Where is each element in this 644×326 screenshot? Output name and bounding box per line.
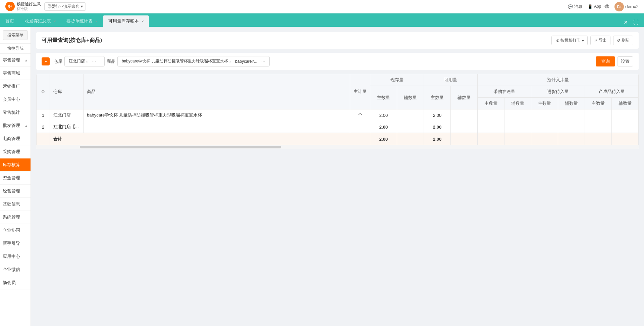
row2-produce-aux (612, 121, 639, 133)
product-input[interactable]: babycare学饮杯 儿童防摔防撞吸管杯重力球吸嘴杯宝宝水杯 × babyca… (117, 56, 270, 66)
filter-actions: 查询 设置 (596, 56, 633, 66)
row2-purchase-aux (504, 121, 531, 133)
main-layout: 搜索菜单 快捷导航 零售管理 ▲ 零售商城 营销推广 会员中心 零售统计 批发管… (0, 27, 644, 326)
row2-warehouse: 江北门店【... (50, 121, 84, 133)
close-window-icon[interactable]: ✕ (622, 18, 629, 27)
col-unit-header: 主计量 (350, 74, 370, 109)
col-purchase-aux-header: 辅数量 (504, 98, 531, 109)
close-icon[interactable]: × (142, 19, 144, 23)
quick-nav-btn[interactable]: 快捷导航 (0, 44, 31, 54)
footer-avail-aux (451, 133, 478, 145)
page-title: 可用量查询(按仓库+商品) (42, 37, 102, 44)
col-avail-main-header: 主数量 (424, 86, 451, 109)
settings-icon[interactable]: ⚙ (41, 89, 45, 94)
sidebar-item-wholesale[interactable]: 批发管理 ▲ (0, 119, 31, 132)
row2-avail-main: 2.00 (424, 121, 451, 133)
product-label: 商品 (107, 58, 115, 64)
sidebar: 搜索菜单 快捷导航 零售管理 ▲ 零售商城 营销推广 会员中心 零售统计 批发管… (0, 27, 31, 326)
download-icon: 📱 (588, 4, 593, 9)
row1-transit-main (531, 109, 558, 121)
warehouse-label: 仓库 (54, 58, 62, 64)
app-download-btn[interactable]: 📱 App下载 (588, 4, 609, 9)
user-menu[interactable]: Ea demo2 (614, 2, 639, 11)
sidebar-item-system[interactable]: 系统管理 (0, 211, 31, 224)
sidebar-item-app-center[interactable]: 应用中心 (0, 250, 31, 263)
row1-transit-aux (558, 109, 585, 121)
nav-right: ✕ ⛶ (622, 18, 644, 27)
avatar: Ea (614, 2, 624, 11)
col-stock-group-header: 现存量 (370, 74, 424, 86)
row1-avail-aux (451, 109, 478, 121)
row1-unit: 个 (350, 109, 370, 121)
col-no-header: ⚙ (37, 74, 50, 109)
refresh-btn[interactable]: ↺ 刷新 (613, 36, 633, 45)
sidebar-item-beginner[interactable]: 新手引导 (0, 237, 31, 250)
export-btn[interactable]: ↗ 导出 (590, 36, 610, 45)
row1-stock-aux (397, 109, 424, 121)
row2-product (84, 121, 350, 133)
sidebar-item-marketing[interactable]: 营销推广 (0, 80, 31, 93)
row2-avail-aux (451, 121, 478, 133)
col-produce-sub-header: 产成品待入量 (585, 86, 639, 98)
col-purchase-main-header: 主数量 (478, 98, 504, 109)
industry-selector[interactable]: 母婴行业演示账套 ▾ (44, 2, 86, 11)
footer-transit-aux (558, 133, 585, 145)
chevron-icon: ▲ (24, 124, 28, 128)
remove-product1-icon[interactable]: × (229, 59, 231, 63)
row2-transit-main (531, 121, 558, 133)
expand-icon[interactable]: ⛶ (632, 18, 640, 27)
filter-expand-btn[interactable]: » (42, 57, 50, 65)
footer-purchase-main (478, 133, 504, 145)
sidebar-item-procurement[interactable]: 采购管理 (0, 145, 31, 158)
query-button[interactable]: 查询 (596, 56, 615, 66)
col-stock-main-header: 主数量 (370, 86, 397, 109)
tab-home[interactable]: 首页 (0, 15, 19, 27)
row2-stock-aux (397, 121, 424, 133)
sidebar-item-inventory[interactable]: 库存核算 (0, 158, 31, 172)
sidebar-item-members[interactable]: 会员中心 (0, 93, 31, 106)
setting-button[interactable]: 设置 (617, 56, 633, 66)
row2-transit-aux (558, 121, 585, 133)
sidebar-item-retail-mgmt[interactable]: 零售管理 ▲ (0, 54, 31, 67)
row1-avail-main: 2.00 (424, 109, 451, 121)
chevron-icon: ▲ (24, 58, 28, 62)
table-footer: 合计 2.00 2.00 (37, 133, 639, 145)
table-container: ⚙ 仓库 商品 主计量 现存量 可用量 预计入库量 主数量 辅数量 (36, 74, 639, 149)
logo-text: 畅捷通好生意 (17, 2, 41, 6)
col-available-group-header: 可用量 (424, 74, 478, 86)
col-stock-aux-header: 辅数量 (397, 86, 424, 109)
warehouse-input[interactable]: 江北门店 × ··· (64, 56, 105, 66)
row1-produce-aux (612, 109, 639, 121)
sidebar-item-basic-info[interactable]: 基础信息 (0, 198, 31, 211)
sidebar-item-operations[interactable]: 经营管理 (0, 185, 31, 198)
footer-produce-main (585, 133, 612, 145)
sidebar-item-member-plus[interactable]: 畅会员 (0, 276, 31, 289)
more-icon[interactable]: ··· (91, 59, 97, 64)
table-header-row-1: ⚙ 仓库 商品 主计量 现存量 可用量 预计入库量 (37, 74, 639, 86)
sidebar-item-retail-mall[interactable]: 零售商城 (0, 67, 31, 80)
tab-available-stock[interactable]: 可用量库存账本 × (103, 15, 149, 27)
row2-no: 2 (37, 121, 50, 133)
search-menu-btn[interactable]: 搜索菜单 (3, 30, 28, 40)
col-product-header: 商品 (84, 74, 350, 109)
logo-area: 好 畅捷通好生意 标准版 (5, 2, 41, 11)
sidebar-search-area: 搜索菜单 (0, 27, 31, 44)
horizontal-scrollbar[interactable] (80, 146, 281, 148)
sidebar-item-finance[interactable]: 资金管理 (0, 172, 31, 185)
print-btn[interactable]: 🖨 按模板打印 ▾ (551, 36, 588, 45)
tab-stock-summary[interactable]: 收发存汇总表 × (19, 15, 61, 27)
sidebar-item-retail-stats[interactable]: 零售统计 (0, 106, 31, 119)
footer-produce-aux (612, 133, 639, 145)
sidebar-item-enterprise-collab[interactable]: 企业协同 (0, 224, 31, 237)
close-icon[interactable]: × (95, 19, 97, 23)
close-icon[interactable]: × (54, 19, 56, 23)
sidebar-item-ecommerce[interactable]: 电商管理 (0, 132, 31, 145)
remove-warehouse-icon[interactable]: × (86, 59, 88, 63)
export-icon: ↗ (594, 38, 597, 43)
more-icon[interactable]: ··· (260, 59, 267, 64)
tab-order-stats[interactable]: 要货单统计表 × (61, 15, 103, 27)
footer-stock-aux (397, 133, 424, 145)
filter-bar: » 仓库 江北门店 × ··· 商品 babycare学饮杯 儿童防摔防撞吸管杯… (36, 53, 639, 70)
sidebar-item-enterprise-wechat[interactable]: 企业微信 (0, 263, 31, 276)
notifications-btn[interactable]: 💬 消息 (568, 4, 582, 9)
